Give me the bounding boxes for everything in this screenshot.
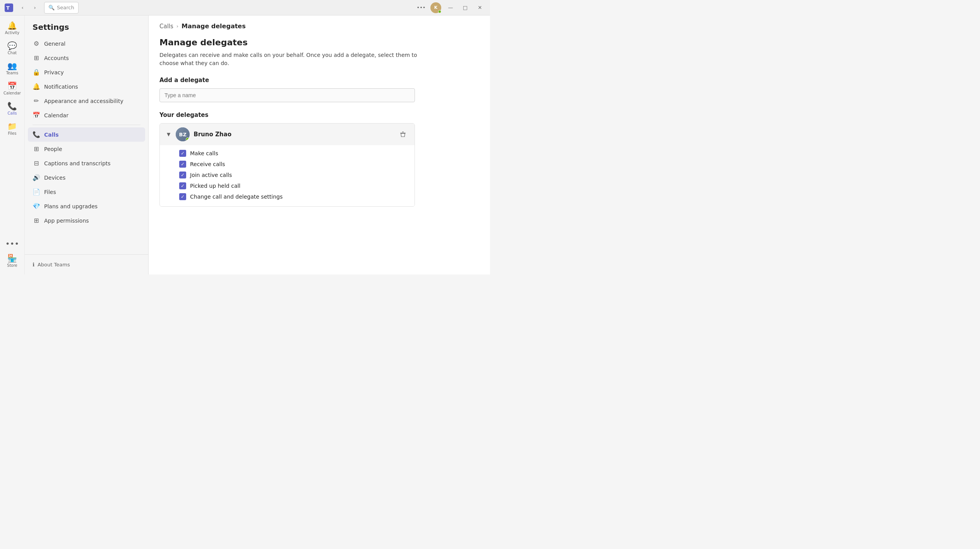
settings-menu: ⚙️ General ⊞ Accounts 🔒 Privacy 🔔 Notifi… [25, 36, 148, 254]
content-body: Manage delegates Delegates can receive a… [149, 34, 490, 274]
menu-item-general[interactable]: ⚙️ General [28, 36, 145, 51]
checkmark-icon: ✓ [181, 184, 185, 188]
menu-item-devices[interactable]: 🔊 Devices [28, 170, 145, 185]
checkbox-change-settings[interactable]: ✓ [179, 193, 186, 200]
nav-label-chat: Chat [8, 51, 17, 55]
menu-item-appearance[interactable]: ✏️ Appearance and accessibility [28, 94, 145, 108]
forward-button[interactable]: › [29, 2, 40, 13]
calls-settings-icon: 📞 [33, 131, 40, 138]
settings-footer: ℹ️ About Teams [25, 254, 148, 274]
more-icon: ••• [5, 239, 19, 248]
permission-join-active: ✓ Join active calls [179, 172, 407, 178]
permission-pickup-held: ✓ Picked up held call [179, 182, 407, 189]
nav-more-button[interactable]: ••• [2, 236, 22, 251]
menu-item-permissions[interactable]: ⊞ App permissions [28, 213, 145, 228]
chat-icon: 💬 [7, 42, 17, 50]
add-delegate-section-title: Add a delegate [159, 77, 479, 84]
teams-logo-icon: T [5, 3, 13, 12]
files-icon: 📁 [7, 122, 17, 130]
people-icon: ⊞ [33, 145, 40, 153]
back-button[interactable]: ‹ [17, 2, 28, 13]
checkbox-join-active[interactable]: ✓ [179, 172, 186, 178]
breadcrumb-parent[interactable]: Calls [159, 23, 173, 30]
delegate-avatar-status [186, 137, 190, 141]
permissions-icon: ⊞ [33, 217, 40, 224]
menu-item-people[interactable]: ⊞ People [28, 142, 145, 156]
menu-item-files[interactable]: 📄 Files [28, 185, 145, 199]
teams-icon: 👥 [7, 62, 17, 70]
nav-item-chat[interactable]: 💬 Chat [2, 39, 22, 58]
expand-delegate-button[interactable]: ▼ [165, 131, 172, 138]
avatar-status-indicator [438, 10, 441, 13]
store-icon: 🏪 [7, 254, 17, 262]
menu-item-plans[interactable]: 💎 Plans and upgrades [28, 199, 145, 213]
checkbox-make-calls[interactable]: ✓ [179, 150, 186, 157]
checkmark-icon: ✓ [181, 162, 185, 166]
checkbox-pickup-held[interactable]: ✓ [179, 182, 186, 189]
nav-item-calendar[interactable]: 📅 Calendar [2, 79, 22, 98]
nav-item-store[interactable]: 🏪 Store [2, 251, 22, 271]
your-delegates-title: Your delegates [159, 112, 479, 118]
user-avatar[interactable]: K [430, 2, 441, 13]
menu-label-files: Files [44, 189, 56, 195]
permission-receive-calls: ✓ Receive calls [179, 161, 407, 168]
maximize-button[interactable]: □ [460, 2, 471, 13]
menu-label-privacy: Privacy [44, 69, 64, 75]
about-teams-button[interactable]: ℹ️ About Teams [33, 259, 140, 270]
activity-icon: 🔔 [7, 22, 17, 29]
more-options-button[interactable]: ••• [416, 2, 427, 13]
minimize-button[interactable]: — [445, 2, 456, 13]
checkmark-icon: ✓ [181, 194, 185, 199]
nav-item-calls[interactable]: 📞 Calls [2, 99, 22, 118]
trash-icon [399, 131, 406, 138]
breadcrumb: Calls › Manage delegates [149, 15, 490, 34]
breadcrumb-separator: › [176, 23, 178, 29]
info-icon: ℹ️ [33, 262, 34, 268]
checkmark-icon: ✓ [181, 173, 185, 177]
menu-item-calls[interactable]: 📞 Calls [28, 127, 145, 142]
menu-item-notifications[interactable]: 🔔 Notifications [28, 79, 145, 94]
devices-icon: 🔊 [33, 174, 40, 181]
nav-label-calls: Calls [8, 111, 17, 115]
nav-item-files[interactable]: 📁 Files [2, 119, 22, 139]
menu-item-privacy[interactable]: 🔒 Privacy [28, 65, 145, 79]
menu-item-accounts[interactable]: ⊞ Accounts [28, 51, 145, 65]
calendar-settings-icon: 📅 [33, 112, 40, 119]
add-delegate-input[interactable] [159, 88, 415, 102]
permission-label-change-settings: Change call and delegate settings [190, 194, 283, 200]
permission-label-receive-calls: Receive calls [190, 161, 225, 167]
nav-item-activity[interactable]: 🔔 Activity [2, 19, 22, 38]
accounts-icon: ⊞ [33, 54, 40, 62]
nav-label-files: Files [8, 131, 17, 136]
delegate-header: ▼ BZ Bruno Zhao [160, 124, 415, 145]
page-title: Manage delegates [159, 38, 479, 47]
checkbox-receive-calls[interactable]: ✓ [179, 161, 186, 168]
delegate-card: ▼ BZ Bruno Zhao [159, 123, 415, 207]
breadcrumb-current: Manage delegates [182, 22, 246, 30]
menu-label-appearance: Appearance and accessibility [44, 98, 123, 104]
close-button[interactable]: ✕ [475, 2, 485, 13]
page-description: Delegates can receive and make calls on … [159, 51, 423, 67]
search-placeholder: Search [57, 5, 74, 10]
delegate-avatar: BZ [176, 127, 190, 141]
nav-label-teams: Teams [6, 71, 19, 75]
menu-item-captions[interactable]: ⊟ Captions and transcripts [28, 156, 145, 170]
checkmark-icon: ✓ [181, 151, 185, 156]
delete-delegate-button[interactable] [397, 128, 409, 141]
nav-item-teams[interactable]: 👥 Teams [2, 59, 22, 78]
menu-item-calendar[interactable]: 📅 Calendar [28, 108, 145, 122]
delegate-permissions: ✓ Make calls ✓ Receive calls ✓ [160, 145, 415, 206]
notifications-icon: 🔔 [33, 83, 40, 90]
title-bar-right: ••• K — □ ✕ [416, 2, 485, 13]
menu-label-plans: Plans and upgrades [44, 203, 98, 209]
files-settings-icon: 📄 [33, 188, 40, 196]
settings-title: Settings [25, 15, 148, 36]
permission-label-make-calls: Make calls [190, 150, 218, 156]
nav-arrows: ‹ › [17, 2, 40, 13]
search-bar[interactable]: 🔍 Search [44, 2, 79, 14]
search-icon: 🔍 [48, 5, 55, 10]
menu-label-captions: Captions and transcripts [44, 160, 111, 166]
app-layout: 🔔 Activity 💬 Chat 👥 Teams 📅 Calendar 📞 C… [0, 15, 490, 274]
menu-label-people: People [44, 146, 62, 152]
appearance-icon: ✏️ [33, 97, 40, 105]
